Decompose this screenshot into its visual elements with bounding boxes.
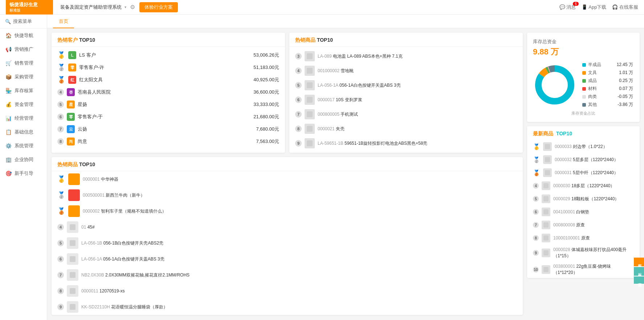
product-info: LA-056-1A 056-1A白色按键开关盖ABS 3壳 (318, 82, 517, 89)
svg-rect-2 (307, 82, 313, 88)
rank-number: 7 (57, 272, 64, 278)
new-product-name: 0000029 18颗粒板（1220*2440） (553, 196, 634, 202)
home-icon: 🏠 (5, 32, 12, 39)
customer-value: 53,006.26元 (253, 52, 279, 58)
hot-product-row: 5 LA-056-1B 056-1B白色按键开关壳ABS2壳 (52, 235, 523, 251)
legend-dot (582, 63, 586, 67)
legend-label: 材料 (588, 86, 617, 92)
hot-product-row: 7 NB2.0X30B 2.0X30MM双摧花轴,摧花直径2.1MM/ROHS (52, 267, 523, 283)
svg-rect-6 (307, 140, 313, 146)
page-tabs: 首页 (47, 15, 644, 28)
legend-label: 其他 (588, 102, 615, 108)
phone-icon: 📱 (582, 4, 587, 10)
products-sales-list: 3 LA-089 电池盖 LA-089 ABS本色+黑种 7.1克 4 0010… (289, 47, 523, 153)
legend-value: 1.01 万 (619, 70, 633, 76)
cs-live[interactable]: 直播 (634, 276, 644, 284)
app-download[interactable]: 📱 App下载 (582, 4, 606, 11)
product-thumb (305, 80, 315, 90)
legend-dot (582, 95, 586, 99)
new-products-panel: 最新商品 TOP10 🥇 0000033 封边带（1.0*22） 🥈 00000… (527, 126, 640, 278)
sidebar-item-finance[interactable]: 💰 资金管理 (0, 98, 47, 111)
product-placeholder (67, 237, 78, 249)
new-products-title: 最新商品 TOP10 (527, 126, 640, 140)
product-thumb (542, 249, 550, 257)
sidebar-item-label: 营销推广 (15, 46, 33, 53)
rank-number: 8 (57, 288, 64, 294)
hot-product-row: 6 LA-056-1A 056-1A白色按键开关盖ABS 3壳 (52, 251, 523, 267)
tab-home[interactable]: 首页 (53, 15, 74, 28)
sidebar-item-purchase[interactable]: 📦 采购管理 (0, 70, 47, 84)
message-badge[interactable]: 💬 消息 6 (559, 4, 576, 11)
sidebar-item-guide[interactable]: 🎯 新手引导 (0, 167, 47, 180)
legend-label: 成品 (588, 78, 617, 84)
sidebar-item-sales[interactable]: 🛒 销售管理 (0, 56, 47, 70)
product-sales-row: 8 0000021 夹壳 (289, 122, 523, 136)
product-thumb (543, 142, 552, 151)
product-thumb (305, 51, 315, 61)
sidebar-item-system[interactable]: ⚙️ 系统管理 (0, 139, 47, 153)
product-thumb (543, 155, 552, 164)
new-product-row: 9 0000028 体城嘉枝味苏打饮品400毫升（1*15） (527, 245, 640, 261)
sidebar-item-operation[interactable]: 📊 经营管理 (0, 111, 47, 125)
rank-number: 4 (533, 183, 539, 189)
product-image (68, 205, 80, 217)
customer-value: 51,183.00元 (253, 64, 279, 71)
customers-list: 🥇 L LS 客户 53,006.26元 🥈 零 零售客户-许 51,183.0… (52, 47, 285, 150)
legend-item: 材料 0.07 万 (582, 86, 633, 92)
customer-name: 零售客户-于 (78, 114, 250, 120)
product-sales-row: 6 0000017 10S 变刹罗浆 (289, 93, 523, 107)
sidebar-item-nav[interactable]: 🏠 快捷导航 (0, 29, 47, 42)
donut-container: 半成品 12.45 万 文具 1.01 万 成品 0.25 万 材料 0.07 … (533, 62, 634, 108)
operation-icon: 📊 (5, 115, 12, 122)
product-name: 000500001 新西兰牛肉（新牛） (83, 192, 517, 198)
inventory-value: 9.88 (533, 47, 549, 56)
sidebar-item-inventory[interactable]: 🏪 库存核算 (0, 84, 47, 98)
product-info: 001000002 雪地靴 (318, 68, 517, 74)
online-service[interactable]: 🎧 在线客服 (612, 4, 638, 11)
legend-label: 文具 (588, 70, 617, 76)
new-product-name: 0000031 5层中纤（1220*2440） (555, 170, 634, 176)
hot-product-row: 4 01 45# (52, 219, 523, 235)
svg-rect-24 (543, 209, 549, 214)
product-name: 0000001 中华神器 (83, 176, 517, 182)
svg-rect-26 (543, 235, 549, 241)
svg-rect-7 (70, 224, 76, 230)
sidebar-item-marketing[interactable]: 📢 营销推广 (0, 42, 47, 56)
sidebar-item-basic[interactable]: 📋 基础信息 (0, 125, 47, 139)
product-image (68, 173, 80, 185)
hot-product-row: 🥈 000500001 新西兰牛肉（新牛） (52, 187, 523, 203)
rank-medal-icon: 🥇 (57, 175, 65, 183)
legend-label: 肉类 (588, 94, 615, 100)
sidebar-item-company[interactable]: 🏢 企业协同 (0, 153, 47, 167)
customer-name: 零售客户-许 (79, 64, 250, 71)
company-icon: 🏢 (5, 156, 12, 163)
message-count: 6 (573, 2, 579, 6)
new-product-name: 10000100001 原查 (553, 235, 634, 241)
customer-name: 红太阳文具 (79, 77, 250, 83)
search-menu[interactable]: 🔍 搜索菜单 (0, 15, 47, 29)
app-label: App下载 (588, 4, 606, 10)
new-product-name: 004100001 白钢垫 (553, 209, 634, 215)
legend-item: 成品 0.25 万 (582, 78, 633, 84)
legend-value: -0.05 万 (617, 94, 633, 100)
new-product-row: 🥈 0000032 5层多层（1220*2440） (527, 153, 640, 166)
product-thumb (542, 208, 550, 216)
customer-row: 8 尚 尚意 7,563.00元 (52, 135, 285, 148)
new-product-name: 0000030 18多层（1220*2440） (553, 183, 634, 189)
hot-product-row: 9 KK-SD22110H 花语暖恒温分腿睡袋（厚款） (52, 299, 523, 315)
new-product-name: 000800008 原查 (553, 222, 634, 228)
trial-button[interactable]: 体验行业方案 (139, 2, 178, 12)
svg-rect-1 (307, 68, 313, 74)
customer-value: 33,333.00元 (253, 101, 279, 108)
product-info: LA-089 电池盖 LA-089 ABS本色+黑种 7.1克 (318, 53, 517, 60)
rank-number: 5 (57, 240, 64, 246)
guide-icon: 🎯 (5, 170, 12, 177)
system-selector[interactable]: 装备及固定资产辅助管理系统 ▾ (60, 4, 126, 11)
cs-hotline[interactable]: 客服热线 (634, 258, 644, 266)
settings-icon[interactable]: ⚙ (130, 4, 135, 11)
cs-community[interactable]: 服务社区 (634, 267, 644, 276)
product-sales-row: 7 000800005 手机测试 (289, 107, 523, 122)
customer-name: LS 客户 (79, 52, 250, 58)
inventory-panel: 库存总资金 9.88 万 半成品 (527, 33, 640, 122)
product-thumb (305, 124, 315, 134)
